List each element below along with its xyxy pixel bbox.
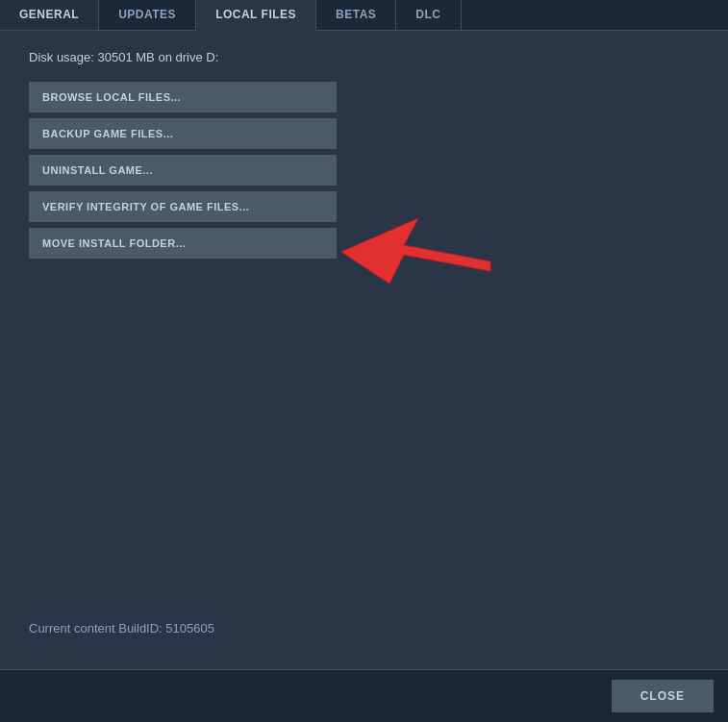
main-content: Disk usage: 30501 MB on drive D: BROWSE … — [0, 31, 728, 669]
uninstall-game-button[interactable]: UNINSTALL GAME... — [29, 155, 337, 186]
bottom-bar: CLOSE — [0, 669, 728, 722]
svg-marker-0 — [341, 218, 490, 284]
browse-local-files-button[interactable]: BROWSE LOCAL FILES... — [29, 82, 337, 112]
footer-content: Current content BuildID: 5105605 — [29, 259, 699, 650]
verify-integrity-button[interactable]: VERIFY INTEGRITY OF GAME FILES... — [29, 191, 337, 222]
tab-updates[interactable]: UPDATES — [99, 0, 196, 30]
tab-betas[interactable]: BETAS — [316, 0, 396, 30]
arrow-annotation — [341, 218, 495, 295]
build-id-label: Current content BuildID: 5105605 — [29, 621, 699, 635]
steam-properties-window: GENERAL UPDATES LOCAL FILES BETAS DLC Di… — [0, 0, 728, 722]
backup-game-files-button[interactable]: BACKUP GAME FILES... — [29, 118, 337, 149]
tab-local-files[interactable]: LOCAL FILES — [196, 0, 316, 31]
disk-usage-label: Disk usage: 30501 MB on drive D: — [29, 50, 699, 64]
action-buttons-group: BROWSE LOCAL FILES... BACKUP GAME FILES.… — [29, 82, 337, 259]
move-install-folder-button[interactable]: MOVE INSTALL FOLDER... — [29, 228, 337, 259]
close-button[interactable]: CLOSE — [612, 680, 714, 712]
tab-general[interactable]: GENERAL — [0, 0, 99, 30]
tab-bar: GENERAL UPDATES LOCAL FILES BETAS DLC — [0, 0, 728, 31]
tab-dlc[interactable]: DLC — [396, 0, 461, 30]
